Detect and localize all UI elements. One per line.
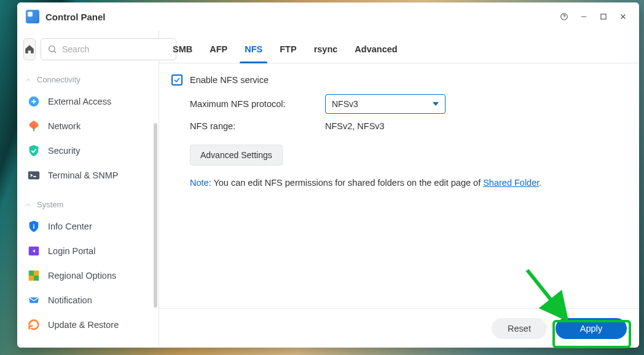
reset-button[interactable]: Reset — [492, 318, 547, 339]
chevron-up-icon — [25, 201, 32, 209]
group-system[interactable]: System — [23, 195, 150, 214]
svg-rect-15 — [29, 276, 34, 281]
sidebar-item-network[interactable]: Network — [23, 114, 150, 138]
tab-afp[interactable]: AFP — [208, 44, 229, 63]
main-panel: SMB AFP NFS FTP rsync Advanced Enable NF… — [159, 31, 639, 348]
search-field[interactable] — [41, 38, 176, 60]
select-value: NFSv3 — [332, 99, 358, 109]
max-protocol-label: Maximum NFS protocol: — [190, 99, 325, 109]
sidebar-item-label: Update & Restore — [48, 320, 119, 330]
sidebar-item-label: Info Center — [48, 221, 92, 231]
svg-rect-16 — [34, 276, 39, 281]
search-input[interactable] — [62, 44, 170, 54]
sidebar-item-label: Terminal & SNMP — [48, 170, 118, 180]
apply-button[interactable]: Apply — [556, 318, 627, 339]
notification-icon — [27, 293, 41, 307]
sidebar-item-regional-options[interactable]: Regional Options — [23, 263, 150, 288]
footer: Reset Apply — [159, 308, 639, 348]
app-icon — [26, 10, 39, 23]
maximize-icon[interactable] — [596, 9, 611, 24]
sidebar-item-label: Security — [48, 146, 80, 156]
svg-rect-10 — [28, 172, 39, 180]
regional-icon — [27, 269, 41, 282]
nfs-range-value: NFSv2, NFSv3 — [325, 121, 385, 131]
home-button[interactable] — [23, 38, 36, 60]
sidebar-item-info-center[interactable]: i Info Center — [23, 214, 150, 239]
group-label: System — [37, 200, 63, 209]
svg-line-7 — [54, 51, 56, 53]
terminal-icon — [27, 169, 41, 182]
shared-folder-link[interactable]: Shared Folder — [483, 178, 539, 188]
check-icon — [173, 76, 181, 84]
nfs-range-label: NFS range: — [190, 121, 325, 131]
tab-ftp[interactable]: FTP — [278, 44, 297, 63]
tab-smb[interactable]: SMB — [171, 44, 194, 63]
tabs: SMB AFP NFS FTP rsync Advanced — [159, 31, 639, 63]
sidebar: Connectivity External Access Network Sec… — [17, 31, 159, 348]
help-icon[interactable] — [557, 9, 571, 24]
minimize-icon[interactable] — [576, 9, 591, 24]
login-portal-icon — [27, 244, 41, 258]
svg-rect-14 — [34, 271, 39, 276]
svg-text:i: i — [33, 223, 34, 230]
tab-content: Enable NFS service Maximum NFS protocol:… — [159, 63, 639, 308]
svg-rect-13 — [29, 271, 34, 276]
sidebar-scrollbar[interactable] — [154, 123, 157, 308]
info-icon: i — [27, 220, 41, 233]
svg-rect-9 — [33, 127, 34, 131]
sidebar-item-external-access[interactable]: External Access — [23, 89, 150, 114]
note-text: Note: You can edit NFS permissions for s… — [190, 178, 627, 188]
control-panel-window: Control Panel — [17, 2, 639, 348]
tab-rsync[interactable]: rsync — [313, 44, 339, 63]
enable-nfs-checkbox[interactable] — [171, 74, 183, 86]
sidebar-item-label: Notification — [48, 295, 92, 305]
sidebar-item-notification[interactable]: Notification — [23, 288, 150, 313]
network-icon — [27, 119, 41, 133]
enable-nfs-label: Enable NFS service — [190, 75, 269, 85]
chevron-down-icon — [433, 101, 439, 107]
sidebar-item-security[interactable]: Security — [23, 138, 150, 163]
sidebar-item-update-restore[interactable]: Update & Restore — [23, 313, 150, 337]
external-access-icon — [27, 95, 41, 108]
sidebar-item-login-portal[interactable]: Login Portal — [23, 239, 150, 263]
close-icon[interactable] — [616, 9, 630, 24]
group-label: Connectivity — [37, 75, 80, 84]
window-title: Control Panel — [45, 12, 106, 22]
sidebar-item-label: Regional Options — [48, 271, 116, 281]
sidebar-item-terminal-snmp[interactable]: Terminal & SNMP — [23, 163, 150, 188]
tab-advanced[interactable]: Advanced — [353, 44, 398, 63]
advanced-settings-button[interactable]: Advanced Settings — [190, 145, 283, 166]
sidebar-item-label: Network — [48, 121, 80, 131]
sidebar-item-label: External Access — [48, 97, 111, 106]
svg-rect-3 — [601, 14, 606, 19]
max-protocol-select[interactable]: NFSv3 — [325, 94, 446, 114]
chevron-up-icon — [25, 76, 32, 84]
svg-point-6 — [49, 46, 55, 52]
search-icon — [47, 44, 57, 54]
sidebar-item-label: Login Portal — [48, 246, 95, 256]
svg-point-1 — [564, 18, 565, 18]
group-connectivity[interactable]: Connectivity — [23, 70, 150, 89]
titlebar: Control Panel — [17, 2, 639, 31]
tab-nfs[interactable]: NFS — [243, 44, 264, 63]
note-prefix: Note: — [190, 178, 211, 188]
shield-icon — [27, 144, 41, 158]
update-icon — [27, 318, 41, 332]
